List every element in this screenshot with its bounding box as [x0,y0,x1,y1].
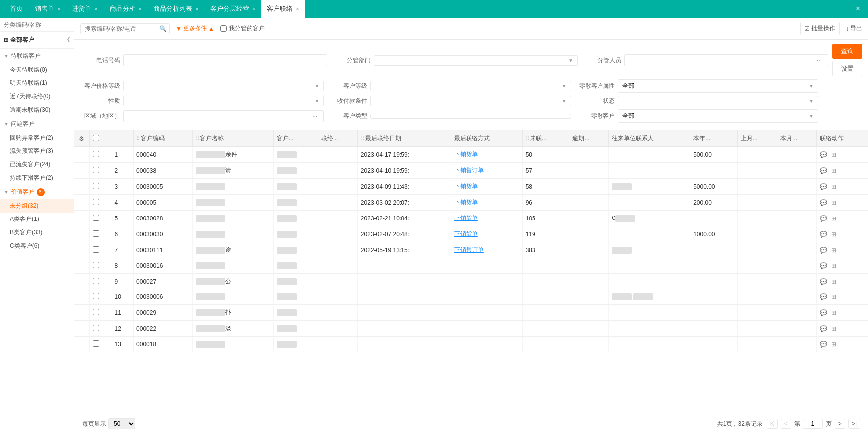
nav-home[interactable]: 首页 [4,4,29,13]
sidebar-search-input[interactable] [4,21,74,28]
sidebar-problem-item[interactable]: 已流失客户(24) [0,158,74,171]
tab-close-icon[interactable]: × [94,6,97,12]
row-checkbox[interactable] [93,293,99,299]
sidebar-value-item[interactable]: B类客户(33) [0,226,74,239]
last-page-btn[interactable]: >| [848,419,860,429]
td-checkbox[interactable] [89,211,111,226]
gender-select[interactable]: ▼ [123,96,324,106]
main-search-input[interactable] [85,25,159,32]
filter-more-btn[interactable]: ▼ 更多条件 ▲ [176,24,214,33]
region-dots[interactable]: ··· [310,113,319,120]
row-checkbox[interactable] [93,246,99,253]
grid-action-icon[interactable]: ⊞ [831,247,836,254]
grid-action-icon[interactable]: ⊞ [831,262,836,269]
row-checkbox[interactable] [93,325,99,331]
prev-page-btn[interactable]: < [781,419,791,429]
tab-close-icon[interactable]: × [138,6,141,12]
sidebar-pending-item[interactable]: 明天待联络(1) [0,76,74,90]
chat-action-icon[interactable]: 💬 [820,151,827,158]
last-method-link[interactable]: 下销售订单 [454,167,484,174]
td-checkbox[interactable] [89,337,111,352]
first-page-btn[interactable]: K [767,419,778,429]
chat-action-icon[interactable]: 💬 [820,167,827,174]
td-checkbox[interactable] [89,163,111,179]
reset-btn[interactable]: 设置 [832,61,862,76]
chat-action-icon[interactable]: 💬 [820,293,827,300]
sidebar-pending-item[interactable]: 近7天待联络(0) [0,90,74,103]
chat-action-icon[interactable]: 💬 [820,183,827,190]
td-checkbox[interactable] [89,258,111,274]
sidebar-pending-section[interactable]: ▼ 待联络客户 [0,49,74,63]
grid-action-icon[interactable]: ⊞ [831,151,836,158]
sidebar-value-item[interactable]: 未分组(32) [0,199,74,213]
grid-action-icon[interactable]: ⊞ [831,325,836,332]
export-btn[interactable]: ↓ 导出 [846,24,862,33]
td-checkbox[interactable] [89,195,111,211]
query-btn[interactable]: 查询 [832,44,862,59]
chat-action-icon[interactable]: 💬 [820,341,827,348]
sidebar-problem-section[interactable]: ▼ 问题客户 [0,117,74,131]
select-all-checkbox[interactable] [93,135,99,141]
sidebar-problem-item[interactable]: 回购异常客户(2) [0,131,74,144]
td-checkbox[interactable] [89,274,111,289]
chat-action-icon[interactable]: 💬 [820,325,827,332]
row-checkbox[interactable] [93,340,99,347]
nav-tab-商品分析[interactable]: 商品分析 × [104,0,147,18]
row-checkbox[interactable] [93,309,99,315]
grid-action-icon[interactable]: ⊞ [831,183,836,190]
page-size-select[interactable]: 50 20 100 [108,418,135,429]
chat-action-icon[interactable]: 💬 [820,199,827,206]
nav-tab-销售单[interactable]: 销售单 × [29,0,66,18]
payment-select[interactable]: ▼ [370,96,571,106]
row-checkbox[interactable] [93,167,99,173]
nav-tab-客户分层经营[interactable]: 客户分层经营 × [204,0,261,18]
chat-action-icon[interactable]: 💬 [820,309,827,316]
sidebar-value-item[interactable]: A类客户(1) [0,213,74,226]
last-method-link[interactable]: 下销售订单 [454,246,484,253]
dept-select[interactable]: ▼ [374,55,578,66]
grid-action-icon[interactable]: ⊞ [831,309,836,316]
row-checkbox[interactable] [93,183,99,189]
sidebar-pending-item[interactable]: 今天待联络(0) [0,63,74,76]
th-last-date[interactable]: ⠿最后联络日期 [357,130,451,147]
th-checkbox[interactable] [89,130,111,147]
grid-action-icon[interactable]: ⊞ [831,341,836,348]
sidebar-problem-item[interactable]: 流失预警客户(3) [0,144,74,158]
sidebar-all-customers[interactable]: ⊞ 全部客户 《 [0,32,74,49]
row-checkbox[interactable] [93,262,99,268]
grid-action-icon[interactable]: ⊞ [831,167,836,174]
td-checkbox[interactable] [89,321,111,337]
grid-action-icon[interactable]: ⊞ [831,231,836,238]
sidebar-value-item[interactable]: C类客户(6) [0,239,74,253]
grid-action-icon[interactable]: ⊞ [831,199,836,206]
th-no-contact[interactable]: ⠿未联... [522,130,569,147]
my-customers-check[interactable] [220,25,227,32]
last-method-link[interactable]: 下销货单 [454,230,478,237]
nav-tab-客户联络[interactable]: 客户联络 × [261,0,305,18]
td-checkbox[interactable] [89,305,111,321]
chat-action-icon[interactable]: 💬 [820,262,827,269]
sidebar-problem-item[interactable]: 持续下滑客户(2) [0,171,74,185]
last-method-link[interactable]: 下销货单 [454,215,478,221]
row-checkbox[interactable] [93,199,99,205]
grid-action-icon[interactable]: ⊞ [831,278,836,285]
chat-action-icon[interactable]: 💬 [820,231,827,238]
retail-attr-select[interactable]: 全部 ▼ [618,79,818,93]
retail-customer-select[interactable]: 全部 ▼ [618,109,818,123]
page-input[interactable] [803,419,823,429]
price-level-select[interactable]: ▼ [123,81,324,91]
tab-close-icon[interactable]: × [57,6,60,12]
last-method-link[interactable]: 下销货单 [454,183,478,190]
td-checkbox[interactable] [89,242,111,258]
td-checkbox[interactable] [89,147,111,163]
row-checkbox[interactable] [93,215,99,221]
last-method-link[interactable]: 下销货单 [454,199,478,206]
sidebar-pending-item[interactable]: 逾期未联络(30) [0,103,74,117]
nav-tab-进货单[interactable]: 进货单 × [66,0,103,18]
th-name[interactable]: ⠿客户名称 [192,130,273,147]
customer-type-select[interactable] [370,114,571,119]
row-checkbox[interactable] [93,230,99,237]
sidebar-value-section[interactable]: ▼ 价值客户 ↻ [0,185,74,199]
td-checkbox[interactable] [89,289,111,305]
person-dots[interactable]: ··· [815,57,824,64]
